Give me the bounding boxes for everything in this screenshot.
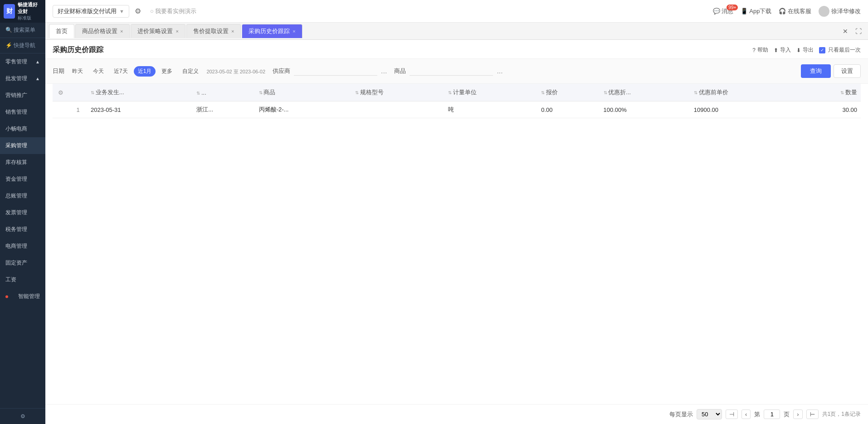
next-page-button[interactable]: › bbox=[793, 410, 802, 419]
quicknav-icon: ⚡ bbox=[5, 42, 14, 48]
close-window-button[interactable]: ✕ bbox=[840, 27, 851, 36]
tab-purchase-history[interactable]: 采购历史价跟踪 × bbox=[242, 24, 302, 38]
prev-page-button[interactable]: ‹ bbox=[741, 410, 751, 419]
sort-icon[interactable]: ⇅ bbox=[448, 90, 453, 95]
supplier-dots[interactable]: ... bbox=[381, 67, 387, 75]
first-page-button[interactable]: ⊣ bbox=[726, 410, 738, 419]
date-btn-more[interactable]: 更多 bbox=[157, 66, 176, 77]
sort-icon[interactable]: ⇅ bbox=[604, 90, 609, 95]
sidebar-item-smart[interactable]: 智能管理 bbox=[0, 288, 45, 305]
col-extra: ⇅ ... bbox=[193, 84, 255, 101]
gear-icon: ⚙ bbox=[20, 413, 25, 419]
tab-purchase-strategy[interactable]: 进价策略设置 × bbox=[131, 24, 185, 38]
sidebar-item-inventory[interactable]: 库存核算 bbox=[0, 154, 45, 171]
close-icon[interactable]: × bbox=[176, 29, 178, 34]
sidebar-item-fixed-assets[interactable]: 固定资产 bbox=[0, 255, 45, 271]
export-button[interactable]: ⬇ 导出 bbox=[796, 46, 814, 54]
pagination: 每页显示 50 10 20 100 ⊣ ‹ 第 页 › ⊢ 共1页，1条记录 bbox=[45, 404, 868, 424]
tab-product-price[interactable]: 商品价格设置 × bbox=[75, 24, 130, 38]
last-page-button[interactable]: ⊢ bbox=[806, 410, 819, 419]
date-btn-today[interactable]: 今天 bbox=[89, 66, 108, 77]
page-input[interactable] bbox=[764, 410, 780, 419]
import-button[interactable]: ⬆ 导入 bbox=[774, 46, 791, 54]
supplier-input[interactable] bbox=[294, 67, 377, 76]
sidebar-item-retail[interactable]: 零售管理 ▲ bbox=[0, 53, 45, 70]
column-settings-icon[interactable]: ⚙ bbox=[58, 89, 63, 96]
sidebar-item-general-ledger[interactable]: 总账管理 bbox=[0, 188, 45, 204]
message-icon: 💬 bbox=[713, 8, 722, 14]
filter-settings-button[interactable]: 设置 bbox=[834, 64, 861, 78]
date-btn-1month[interactable]: 近1月 bbox=[134, 66, 156, 77]
sort-icon[interactable]: ⇅ bbox=[259, 90, 264, 95]
sidebar-item-marketing[interactable]: 营销推广 bbox=[0, 87, 45, 104]
sort-icon[interactable]: ⇅ bbox=[196, 91, 201, 96]
row-price-cell: 0.00 bbox=[537, 101, 600, 118]
tabbar-controls: ✕ ⛶ bbox=[840, 27, 864, 36]
product-dots[interactable]: ... bbox=[497, 67, 502, 75]
row-quantity-cell: 30.00 bbox=[799, 101, 861, 118]
export-icon: ⬇ bbox=[796, 47, 801, 53]
import-icon: ⬆ bbox=[774, 47, 778, 53]
headset-icon: 🎧 bbox=[779, 8, 788, 14]
query-button[interactable]: 查询 bbox=[801, 64, 831, 78]
play-icon: ○ bbox=[150, 8, 155, 14]
product-filter-group: 商品 ... bbox=[394, 67, 502, 76]
sidebar-search[interactable]: 🔍 搜索菜单 bbox=[0, 23, 45, 38]
sidebar-item-ecommerce[interactable]: 电商管理 bbox=[0, 238, 45, 255]
demo-link[interactable]: ○ 我要看实例演示 bbox=[150, 7, 196, 15]
date-btn-custom[interactable]: 自定义 bbox=[178, 66, 203, 77]
sidebar-item-funds[interactable]: 资金管理 bbox=[0, 171, 45, 188]
expand-window-button[interactable]: ⛶ bbox=[853, 27, 864, 36]
tabbar: 首页 商品价格设置 × 进价策略设置 × 售价提取设置 × 采购历史价跟踪 × … bbox=[45, 23, 868, 40]
close-icon[interactable]: × bbox=[120, 29, 123, 34]
online-service-button[interactable]: 🎧 在线客服 bbox=[779, 7, 811, 15]
col-quantity: ⇅ 数量 bbox=[799, 84, 861, 101]
date-label: 日期 bbox=[53, 67, 64, 75]
sidebar-item-ecommerce-small[interactable]: 小畅电商 bbox=[0, 120, 45, 137]
sidebar-item-wholesale[interactable]: 批发管理 ▲ bbox=[0, 70, 45, 87]
row-extra-cell: 浙江... bbox=[193, 101, 255, 118]
sidebar-item-payroll[interactable]: 工资 bbox=[0, 271, 45, 288]
app-download-button[interactable]: 📱 App下载 bbox=[741, 7, 771, 15]
page-actions: ? 帮助 ⬆ 导入 ⬇ 导出 只看最后一次 bbox=[752, 46, 861, 54]
user-menu[interactable]: 徐泽华修改 bbox=[819, 6, 861, 17]
col-date: ⇅ 业务发生... bbox=[87, 84, 193, 101]
sort-icon[interactable]: ⇅ bbox=[541, 90, 546, 95]
sort-icon[interactable]: ⇅ bbox=[355, 90, 360, 95]
content-area: 采购历史价跟踪 ? 帮助 ⬆ 导入 ⬇ 导出 只看最后一次 bbox=[45, 40, 868, 424]
logo-badge: 标准版 bbox=[18, 15, 42, 21]
sort-icon[interactable]: ⇅ bbox=[694, 90, 699, 95]
row-unit-cell: 吨 bbox=[444, 101, 537, 118]
date-range-display: 2023-05-02 至 2023-06-02 bbox=[206, 68, 265, 75]
tab-home[interactable]: 首页 bbox=[49, 24, 74, 38]
only-last-toggle[interactable]: 只看最后一次 bbox=[819, 46, 861, 54]
topbar-gear-button[interactable]: ⚙ bbox=[135, 7, 141, 15]
close-icon[interactable]: × bbox=[293, 29, 295, 34]
chevron-icon: ▲ bbox=[35, 76, 40, 81]
product-input[interactable] bbox=[410, 67, 493, 76]
main-area: 好业财标准版交付试用 ▼ ⚙ ○ 我要看实例演示 💬 消息 99+ 📱 App下… bbox=[45, 0, 868, 424]
tab-sale-price[interactable]: 售价提取设置 × bbox=[186, 24, 241, 38]
close-icon[interactable]: × bbox=[231, 29, 234, 34]
sidebar-settings-button[interactable]: ⚙ bbox=[0, 408, 45, 424]
date-btn-7days[interactable]: 近7天 bbox=[110, 66, 132, 77]
sidebar-item-purchase[interactable]: 采购管理 bbox=[0, 137, 45, 154]
page-unit: 页 bbox=[784, 410, 790, 419]
sidebar-item-sales[interactable]: 销售管理 bbox=[0, 104, 45, 120]
message-button[interactable]: 💬 消息 99+ bbox=[713, 7, 734, 15]
sidebar-quicknav[interactable]: ⚡ 快捷导航 bbox=[0, 38, 45, 53]
per-page-select[interactable]: 50 10 20 100 bbox=[697, 409, 722, 419]
sidebar-item-tax[interactable]: 税务管理 bbox=[0, 221, 45, 238]
help-button[interactable]: ? 帮助 bbox=[752, 46, 768, 54]
per-page-label: 每页显示 bbox=[669, 410, 693, 419]
row-unit-price-cell: 10900.00 bbox=[690, 101, 799, 118]
sidebar-item-invoice[interactable]: 发票管理 bbox=[0, 204, 45, 221]
col-gear: ⚙ bbox=[53, 84, 69, 101]
version-selector[interactable]: 好业财标准版交付试用 ▼ bbox=[53, 5, 129, 18]
row-num-cell: 1 bbox=[69, 101, 87, 118]
sort-icon[interactable]: ⇅ bbox=[91, 90, 96, 95]
date-btn-yesterday[interactable]: 昨天 bbox=[68, 66, 87, 77]
filter-actions: 查询 设置 bbox=[801, 64, 861, 78]
checkbox-only-last[interactable] bbox=[819, 47, 825, 53]
sort-icon[interactable]: ⇅ bbox=[840, 90, 845, 95]
